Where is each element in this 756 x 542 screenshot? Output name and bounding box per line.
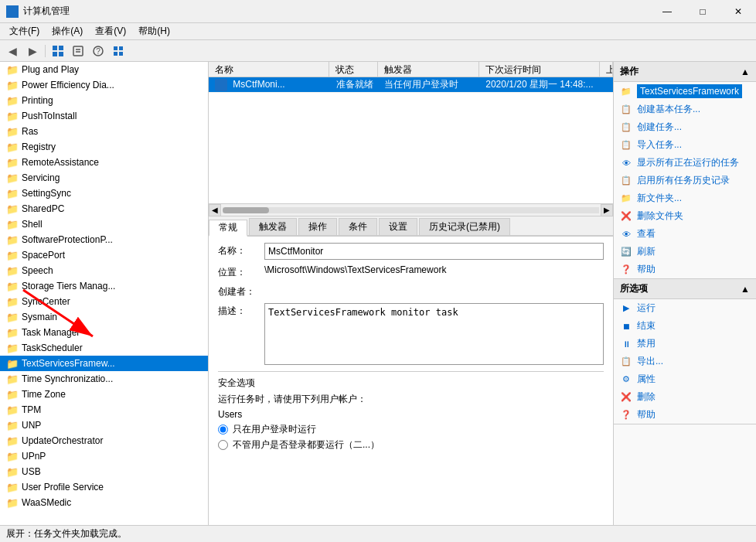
action-item-1-1[interactable]: ⏹结束 xyxy=(614,317,756,335)
tree-item[interactable]: 📁WaaSMedic xyxy=(0,495,208,510)
task-hscroll[interactable]: ◀ ▶ xyxy=(209,203,613,216)
collapse-icon[interactable]: ▲ xyxy=(741,66,750,77)
action-item-0-0[interactable]: 📋创建基本任务... xyxy=(614,101,756,118)
tree-item[interactable]: 📁Servicing xyxy=(0,170,208,186)
properties-button[interactable] xyxy=(69,43,87,60)
action-item-0-6[interactable]: ❌删除文件夹 xyxy=(614,207,756,225)
back-button[interactable]: ◀ xyxy=(3,43,22,60)
action-item-0-4[interactable]: 📋启用所有任务历史记录 xyxy=(614,172,756,189)
tree-item[interactable]: 📁PushToInstall xyxy=(0,108,208,124)
tree-item[interactable]: 📁SettingSync xyxy=(0,186,208,201)
tree-item[interactable]: 📁TaskScheduler xyxy=(0,340,208,356)
tree-item[interactable]: 📁Task Manager xyxy=(0,325,208,340)
action-icon: ❌ xyxy=(620,210,632,223)
forward-button[interactable]: ▶ xyxy=(23,43,42,60)
minimize-button[interactable]: — xyxy=(649,0,685,23)
action-item-0-5[interactable]: 📁新文件夹... xyxy=(614,189,756,207)
tab-settings[interactable]: 设置 xyxy=(379,218,417,235)
action-item-1-2[interactable]: ⏸禁用 xyxy=(614,335,756,353)
radio-input-2[interactable] xyxy=(218,440,228,450)
action-item-0-2[interactable]: 📋导入任务... xyxy=(614,136,756,154)
col-status-header[interactable]: 状态 xyxy=(329,62,377,77)
action-item-1-5[interactable]: ❌删除 xyxy=(614,388,756,406)
tab-history[interactable]: 历史记录(已禁用) xyxy=(419,218,510,235)
col-next-header[interactable]: 下次运行时间 xyxy=(479,62,600,77)
tree-item[interactable]: 📁SyncCenter xyxy=(0,294,208,309)
tree-item[interactable]: 📁Time Synchronizatio... xyxy=(0,371,208,387)
action-item-0-3[interactable]: 👁显示所有正在运行的任务 xyxy=(614,154,756,172)
task-list-scroll[interactable]: MsCtfMoni... 准备就绪 当任何用户登录时 2020/1/20 星期一… xyxy=(209,77,613,203)
tree-item[interactable]: 📁Storage Tiers Manag... xyxy=(0,278,208,294)
tree-item[interactable]: 📁Plug and Play xyxy=(0,62,208,77)
hscroll-left[interactable]: ◀ xyxy=(209,204,221,216)
tree-item[interactable]: 📁SpacePort xyxy=(0,247,208,263)
menu-help[interactable]: 帮助(H) xyxy=(132,23,176,39)
action-item-0-7[interactable]: 👁查看 xyxy=(614,225,756,243)
hscroll-right[interactable]: ▶ xyxy=(601,204,613,216)
folder-icon: 📁 xyxy=(6,296,19,308)
tree-item[interactable]: 📁Sysmain xyxy=(0,309,208,325)
action-item-0-9[interactable]: ❓帮助 xyxy=(614,261,756,278)
action-item-1-6[interactable]: ❓帮助 xyxy=(614,406,756,424)
desc-textarea[interactable]: TextServicesFramework monitor task xyxy=(264,303,604,365)
tab-general[interactable]: 常规 xyxy=(209,220,247,237)
action-item-1-3[interactable]: 📋导出... xyxy=(614,353,756,370)
task-row[interactable]: MsCtfMoni... 准备就绪 当任何用户登录时 2020/1/20 星期一… xyxy=(209,77,613,93)
up-button[interactable] xyxy=(49,43,67,60)
tree-item-label: Time Zone xyxy=(22,389,66,400)
help-button[interactable]: ? xyxy=(89,43,107,60)
tree-item[interactable]: 📁Ras xyxy=(0,124,208,139)
action-label: 查看 xyxy=(637,227,656,240)
tree-item-label: Printing xyxy=(22,95,53,106)
collapse-icon[interactable]: ▲ xyxy=(741,284,750,295)
tree-item[interactable]: 📁Printing xyxy=(0,93,208,108)
tree-item[interactable]: 📁USB xyxy=(0,464,208,479)
tree-item[interactable]: 📁User Profile Service xyxy=(0,479,208,495)
selected-folder-item[interactable]: 📁TextServicesFramework xyxy=(614,82,756,101)
action-item-1-0[interactable]: ▶运行 xyxy=(614,299,756,317)
col-trigger-header[interactable]: 触发器 xyxy=(378,62,479,77)
maximize-button[interactable]: □ xyxy=(685,0,720,23)
folder-icon: 📁 xyxy=(6,157,19,169)
main-layout: 📁Plug and Play📁Power Efficiency Dia...📁P… xyxy=(0,62,756,525)
tree-item[interactable]: 📁SharedPC xyxy=(0,201,208,216)
action-item-0-1[interactable]: 📋创建任务... xyxy=(614,118,756,136)
radio-option-2[interactable]: 不管用户是否登录都要运行（二...） xyxy=(218,438,604,452)
show-button[interactable] xyxy=(109,43,128,60)
action-item-0-8[interactable]: 🔄刷新 xyxy=(614,243,756,261)
menu-action[interactable]: 操作(A) xyxy=(46,23,89,39)
tree-scroll[interactable]: 📁Plug and Play📁Power Efficiency Dia...📁P… xyxy=(0,62,208,525)
name-input[interactable] xyxy=(264,243,604,260)
tab-action[interactable]: 操作 xyxy=(298,218,337,235)
tab-trigger[interactable]: 触发器 xyxy=(249,218,297,235)
folder-icon: 📁 xyxy=(6,64,19,76)
tree-item[interactable]: 📁UpdateOrchestrator xyxy=(0,433,208,448)
tree-item[interactable]: 📁TextServicesFramew... xyxy=(0,356,208,371)
close-button[interactable]: ✕ xyxy=(720,0,756,23)
hscroll-thumb[interactable] xyxy=(223,207,269,213)
title-bar: 计算机管理 — □ ✕ xyxy=(0,0,756,23)
menu-bar: 文件(F) 操作(A) 查看(V) 帮助(H) xyxy=(0,23,756,40)
tree-item[interactable]: 📁SoftwareProtectionP... xyxy=(0,232,208,247)
tree-item[interactable]: 📁Registry xyxy=(0,139,208,155)
security-title: 安全选项 xyxy=(218,377,604,390)
tree-item[interactable]: 📁Shell xyxy=(0,216,208,232)
tree-item[interactable]: 📁Time Zone xyxy=(0,387,208,402)
tree-item[interactable]: 📁Power Efficiency Dia... xyxy=(0,77,208,93)
radio-input-1[interactable] xyxy=(218,424,228,435)
tab-condition[interactable]: 条件 xyxy=(339,218,377,235)
tree-item[interactable]: 📁UNP xyxy=(0,418,208,433)
folder-icon: 📁 xyxy=(6,80,19,91)
tree-item[interactable]: 📁TPM xyxy=(0,402,208,418)
radio-option-1[interactable]: 只在用户登录时运行 xyxy=(218,423,604,436)
tree-item[interactable]: 📁Speech xyxy=(0,263,208,278)
tree-item[interactable]: 📁UPnP xyxy=(0,448,208,464)
menu-view[interactable]: 查看(V) xyxy=(89,23,132,39)
col-last-header[interactable]: 上次运行时间 xyxy=(600,62,613,77)
menu-file[interactable]: 文件(F) xyxy=(3,23,46,39)
action-item-1-4[interactable]: ⚙属性 xyxy=(614,370,756,388)
tree-item[interactable]: 📁RemoteAssistance xyxy=(0,155,208,170)
folder-icon: 📁 xyxy=(6,219,19,230)
tree-item-label: RemoteAssistance xyxy=(22,157,99,168)
col-name-header[interactable]: 名称 xyxy=(209,62,329,77)
